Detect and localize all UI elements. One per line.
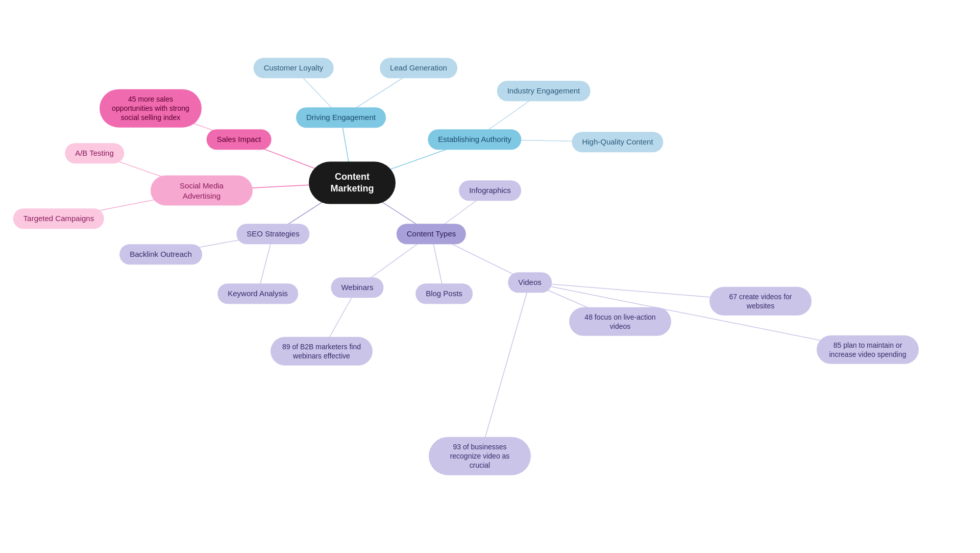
node-high-quality-content: High-Quality Content: [572, 132, 663, 152]
node-infographics: Infographics: [459, 180, 521, 201]
svg-line-20: [480, 282, 530, 456]
node-social-media-advertising: Social Media Advertising: [151, 176, 253, 206]
node-lead-generation: Lead Generation: [380, 58, 457, 78]
node-blog-posts: Blog Posts: [415, 283, 473, 304]
node-backlink-outreach: Backlink Outreach: [119, 244, 202, 265]
node-sales-impact: Sales Impact: [207, 129, 272, 150]
mindmap-container: Content MarketingCustomer LoyaltyLead Ge…: [0, 0, 980, 553]
node-seo-strategies: SEO Strategies: [236, 224, 309, 244]
node-webinars: Webinars: [331, 277, 383, 298]
node-establishing-authority: Establishing Authority: [428, 129, 521, 150]
node-videos: Videos: [508, 272, 552, 293]
node-driving-engagement: Driving Engagement: [296, 107, 386, 128]
node-center: Content Marketing: [309, 162, 396, 204]
node-89-webinars: 89 of B2B marketers find webinars effect…: [271, 337, 373, 366]
node-67-create: 67 create videos for websites: [709, 287, 812, 316]
node-content-types: Content Types: [397, 224, 466, 244]
node-keyword-analysis: Keyword Analysis: [217, 283, 298, 304]
node-ab-testing: A/B Testing: [65, 143, 124, 163]
node-93-businesses: 93 of businesses recognize video as cruc…: [429, 437, 531, 475]
node-targeted-campaigns: Targeted Campaigns: [13, 208, 104, 229]
node-industry-engagement: Industry Engagement: [497, 81, 591, 101]
node-45-sales: 45 more sales opportunities with strong …: [100, 89, 202, 128]
node-customer-loyalty: Customer Loyalty: [254, 58, 334, 78]
node-48-focus: 48 focus on live-action videos: [569, 307, 671, 336]
node-85-maintain: 85 plan to maintain or increase video sp…: [817, 335, 919, 364]
